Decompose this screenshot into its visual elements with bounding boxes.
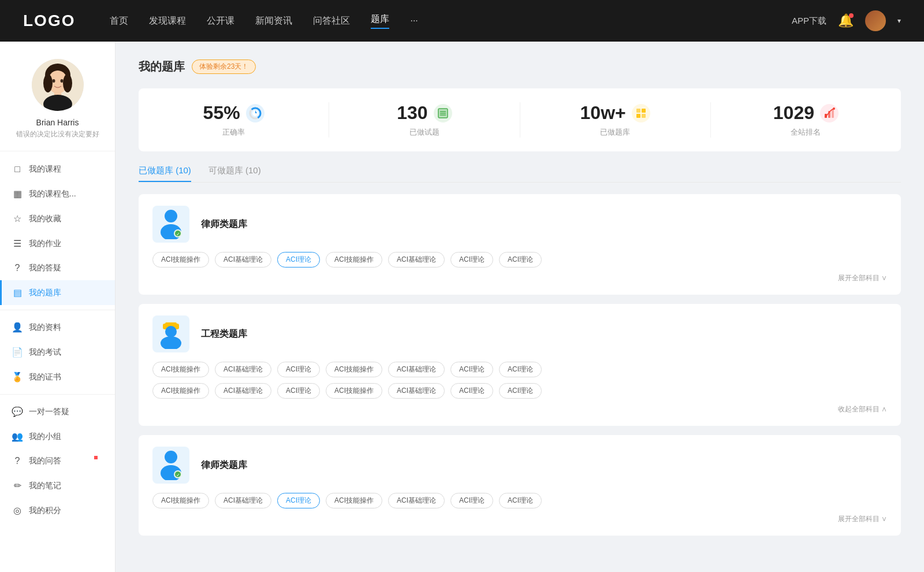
sidebar-item-my-courses[interactable]: □ 我的课程	[0, 157, 115, 181]
profile-motto: 错误的决定比没有决定要好	[10, 129, 105, 139]
nav-discover[interactable]: 发现课程	[149, 15, 186, 27]
nav-news[interactable]: 新闻资讯	[255, 15, 292, 27]
tag-2a-0[interactable]: ACI技能操作	[152, 362, 209, 377]
qbank-header-1: ✓ 律师类题库	[152, 206, 887, 243]
stat-accuracy-value: 55%	[203, 102, 240, 124]
list-icon	[437, 107, 449, 120]
lawyer-svg-2: ✓	[157, 450, 185, 480]
qbank-card-3: ✓ 律师类题库 ACI技能操作 ACI基础理论 ACI理论 ACI技能操作 AC…	[139, 435, 901, 536]
nav-more[interactable]: ···	[410, 16, 418, 26]
nav-qbank[interactable]: 题库	[371, 13, 389, 29]
svg-rect-31	[165, 322, 177, 325]
chevron-down-icon[interactable]: ▾	[897, 17, 901, 25]
tag-2b-3[interactable]: ACI技能操作	[326, 383, 382, 399]
sidebar-item-profile[interactable]: 👤 我的资料	[0, 315, 115, 340]
sidebar-item-qa[interactable]: ? 我的答疑	[0, 256, 115, 280]
svg-point-34	[165, 451, 177, 463]
svg-text:✓: ✓	[176, 473, 180, 478]
avatar[interactable]	[865, 10, 886, 31]
nav-home[interactable]: 首页	[110, 15, 128, 27]
tag-3-5[interactable]: ACI理论	[450, 493, 493, 508]
tag-2b-0[interactable]: ACI技能操作	[152, 383, 209, 399]
tag-1-5[interactable]: ACI理论	[450, 252, 493, 268]
tag-2a-6[interactable]: ACI理论	[499, 362, 542, 377]
tags-row-2a: ACI技能操作 ACI基础理论 ACI理论 ACI技能操作 ACI基础理论 AC…	[152, 362, 887, 377]
pie-chart-icon	[249, 107, 262, 120]
qbank-card-2: 工程类题库 ACI技能操作 ACI基础理论 ACI理论 ACI技能操作 ACI基…	[139, 304, 901, 426]
svg-point-25	[165, 210, 177, 222]
avatar-image	[865, 10, 886, 31]
sidebar-item-certificate[interactable]: 🏅 我的证书	[0, 365, 115, 389]
profile-name: Brian Harris	[36, 118, 79, 127]
sidebar-item-points[interactable]: ◎ 我的积分	[0, 498, 115, 523]
tag-2a-2[interactable]: ACI理论	[277, 362, 320, 377]
sidebar-item-tutor[interactable]: 💬 一对一答疑	[0, 399, 115, 424]
notification-bell[interactable]: 🔔	[838, 13, 854, 28]
tag-2b-1[interactable]: ACI基础理论	[215, 383, 271, 399]
qbank-card-1: ✓ 律师类题库 ACI技能操作 ACI基础理论 ACI理论 ACI技能操作 AC…	[139, 194, 901, 295]
tag-2a-4[interactable]: ACI基础理论	[388, 362, 445, 377]
tag-2a-5[interactable]: ACI理论	[450, 362, 493, 377]
tab-done[interactable]: 已做题库 (10)	[139, 165, 191, 182]
tag-1-4[interactable]: ACI基础理论	[388, 252, 445, 268]
tag-3-6[interactable]: ACI理论	[499, 493, 542, 508]
qbank-icon-3: ✓	[152, 447, 189, 484]
homework-icon: ☰	[12, 238, 23, 249]
sidebar-item-course-packages[interactable]: ▦ 我的课程包...	[0, 181, 115, 206]
tag-2a-3[interactable]: ACI技能操作	[326, 362, 382, 377]
questions-badge	[94, 456, 98, 459]
tag-2b-6[interactable]: ACI理论	[499, 383, 542, 399]
sidebar-item-favorites[interactable]: ☆ 我的收藏	[0, 206, 115, 231]
sidebar-item-exam[interactable]: 📄 我的考试	[0, 340, 115, 365]
points-icon: ◎	[12, 505, 23, 516]
tag-1-3[interactable]: ACI技能操作	[326, 252, 382, 268]
star-icon: ☆	[12, 213, 23, 224]
notes-icon: ✏	[12, 480, 23, 491]
svg-point-24	[833, 107, 835, 110]
stat-top-banks: 10w+	[580, 102, 650, 124]
qbank-header-3: ✓ 律师类题库	[152, 447, 887, 484]
stat-done-label: 已做试题	[409, 127, 439, 138]
sidebar-menu: □ 我的课程 ▦ 我的课程包... ☆ 我的收藏 ☰ 我的作业 ? 我的答疑 ▤…	[0, 157, 115, 523]
lawyer-svg-1: ✓	[157, 209, 185, 239]
tag-2a-1[interactable]: ACI基础理论	[215, 362, 271, 377]
svg-rect-20	[642, 114, 646, 118]
app-download-button[interactable]: APP下载	[792, 16, 826, 27]
tag-2b-4[interactable]: ACI基础理论	[388, 383, 445, 399]
page-header: 我的题库 体验剩余23天！	[139, 59, 901, 75]
sidebar-item-qbank[interactable]: ▤ 我的题库	[0, 280, 115, 305]
grid-icon	[635, 107, 647, 120]
expand-link-1[interactable]: 展开全部科目 ∨	[152, 273, 887, 283]
collapse-link-2[interactable]: 收起全部科目 ∧	[152, 404, 887, 414]
tag-1-1[interactable]: ACI基础理论	[215, 252, 271, 268]
sidebar-item-notes[interactable]: ✏ 我的笔记	[0, 473, 115, 498]
avatar-svg	[32, 59, 84, 111]
tab-available[interactable]: 可做题库 (10)	[208, 165, 261, 182]
bar-chart-icon	[823, 107, 836, 120]
expand-link-3[interactable]: 展开全部科目 ∨	[152, 514, 887, 524]
page-title: 我的题库	[139, 59, 185, 75]
tag-1-2[interactable]: ACI理论	[277, 252, 320, 268]
exam-icon: 📄	[12, 347, 23, 358]
svg-point-4	[63, 74, 72, 92]
nav-qa[interactable]: 问答社区	[313, 15, 350, 27]
qbank-header-2: 工程类题库	[152, 315, 887, 352]
tags-row-1: ACI技能操作 ACI基础理论 ACI理论 ACI技能操作 ACI基础理论 AC…	[152, 252, 887, 268]
stat-accuracy: 55% 正确率	[139, 102, 329, 138]
sidebar-item-homework[interactable]: ☰ 我的作业	[0, 231, 115, 256]
packages-icon: ▦	[12, 188, 23, 199]
sidebar-item-group[interactable]: 👥 我的小组	[0, 424, 115, 449]
tag-3-0[interactable]: ACI技能操作	[152, 493, 209, 508]
tag-3-1[interactable]: ACI基础理论	[215, 493, 271, 508]
tag-1-0[interactable]: ACI技能操作	[152, 252, 209, 268]
nav-open-course[interactable]: 公开课	[207, 15, 234, 27]
nav-menu: 首页 发现课程 公开课 新闻资讯 问答社区 题库 ···	[110, 13, 792, 29]
tag-3-4[interactable]: ACI基础理论	[388, 493, 445, 508]
tag-2b-2[interactable]: ACI理论	[277, 383, 320, 399]
qbank-icon-1: ✓	[152, 206, 189, 243]
tag-1-6[interactable]: ACI理论	[499, 252, 542, 268]
sidebar-item-my-questions[interactable]: ? 我的问答	[0, 449, 115, 473]
tag-3-2[interactable]: ACI理论	[277, 493, 320, 508]
tag-3-3[interactable]: ACI技能操作	[326, 493, 382, 508]
tag-2b-5[interactable]: ACI理论	[450, 383, 493, 399]
